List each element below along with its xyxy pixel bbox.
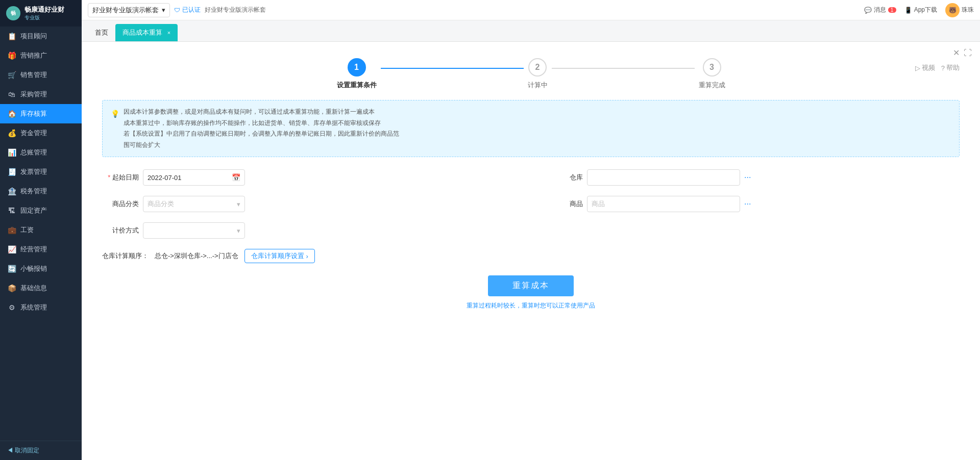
- sidebar-item-basic[interactable]: 📦基础信息: [0, 278, 82, 298]
- price-method-label: 计价方式: [102, 226, 143, 235]
- close-button[interactable]: ✕: [953, 48, 960, 58]
- form-row-1: * 起始日期 2022-07-01 📅 仓库 ···: [102, 169, 960, 186]
- price-method-group: 计价方式 ▾: [102, 222, 960, 239]
- chevron-right-icon: ›: [306, 252, 308, 260]
- sidebar-item-label: 营销推广: [20, 51, 47, 60]
- step-help: ▷ 视频 ? 帮助: [915, 63, 960, 72]
- assets-icon: 🏗: [7, 206, 16, 215]
- expand-button[interactable]: ⛶: [964, 48, 972, 58]
- sidebar-item-accounting[interactable]: 📊总账管理: [0, 143, 82, 162]
- message-badge: 1: [888, 7, 896, 13]
- video-help-button[interactable]: ▷ 视频: [915, 63, 935, 72]
- start-date-input[interactable]: 2022-07-01 📅: [143, 169, 245, 186]
- category-group: 商品分类 商品分类 ▾: [102, 196, 516, 212]
- tab-home[interactable]: 首页: [88, 24, 115, 41]
- sidebar-header: 畅 畅康通好业财 专业版: [0, 0, 82, 27]
- sidebar-item-label: 工资: [20, 225, 34, 235]
- accounting-icon: 📊: [7, 148, 16, 157]
- app-logo: 畅: [6, 6, 20, 20]
- sidebar-item-system[interactable]: ⚙系统管理: [0, 298, 82, 317]
- step-line-2-3: [552, 68, 695, 69]
- app-download-button[interactable]: 📱 App下载: [904, 6, 937, 14]
- sidebar-item-assets[interactable]: 🏗固定资产: [0, 201, 82, 220]
- sidebar-item-label: 发票管理: [20, 167, 47, 176]
- chevron-down-icon: ▾: [237, 200, 240, 208]
- sidebar-item-purchase[interactable]: 🛍采购管理: [0, 85, 82, 104]
- account-select[interactable]: 好业财专业版演示帐套 ▾: [88, 3, 170, 17]
- projects-icon: 📋: [7, 32, 16, 41]
- sidebar-item-label: 资金管理: [20, 129, 47, 138]
- product-input[interactable]: 商品: [587, 196, 740, 212]
- sidebar-item-sales[interactable]: 🛒销售管理: [0, 65, 82, 85]
- sidebar-footer[interactable]: ◀ 取消固定: [0, 441, 82, 460]
- main: 好业财专业版演示帐套 ▾ 🛡 已认证 好业财专业版演示帐套 💬 消息 1 📱 A…: [82, 0, 980, 460]
- warehouse-input[interactable]: [587, 169, 740, 186]
- warehouse-order-btn[interactable]: 仓库计算顺序设置 ›: [244, 249, 315, 263]
- verified-badge: 🛡 已认证: [174, 6, 201, 14]
- warehouse-more-btn[interactable]: ···: [740, 173, 751, 182]
- marketing-icon: 🎁: [7, 51, 16, 60]
- sidebar-item-label: 项目顾问: [20, 32, 47, 41]
- price-method-select[interactable]: ▾: [143, 222, 245, 239]
- start-date-label: * 起始日期: [102, 173, 143, 182]
- system-icon: ⚙: [7, 303, 16, 312]
- tab-close-icon[interactable]: ×: [167, 30, 170, 36]
- start-date-group: * 起始日期 2022-07-01 📅: [102, 169, 516, 186]
- purchase-icon: 🛍: [7, 90, 16, 99]
- warehouse-label: 仓库: [546, 173, 587, 182]
- message-icon: 💬: [864, 7, 872, 14]
- content-controls: ✕ ⛶: [953, 48, 972, 58]
- step-1-label: 设置重算条件: [337, 81, 377, 90]
- step-line-1-2: [381, 68, 524, 69]
- sidebar-item-label: 固定资产: [20, 206, 47, 215]
- sidebar-item-label: 基础信息: [20, 284, 47, 293]
- recalc-area: 重算成本 重算过程耗时较长，重算时您可以正常使用产品: [82, 275, 980, 310]
- step-1: 1 设置重算条件: [337, 58, 377, 90]
- tabbar: 首页 商品成本重算 ×: [82, 20, 980, 42]
- sidebar-item-expense[interactable]: 🔄小畅报销: [0, 259, 82, 278]
- message-button[interactable]: 💬 消息 1: [864, 6, 896, 14]
- help-button[interactable]: ? 帮助: [941, 63, 960, 72]
- sidebar-item-label: 系统管理: [20, 303, 47, 312]
- avatar: 🐻: [945, 3, 960, 17]
- recalc-button[interactable]: 重算成本: [488, 275, 574, 296]
- sidebar-nav: 📋项目顾问🎁营销推广🛒销售管理🛍采购管理🏠库存核算💰资金管理📊总账管理🧾发票管理…: [0, 27, 82, 441]
- category-label: 商品分类: [102, 199, 143, 209]
- sidebar-item-inventory[interactable]: 🏠库存核算: [0, 104, 82, 123]
- basic-icon: 📦: [7, 284, 16, 293]
- step-3-label: 重算完成: [699, 81, 725, 90]
- sidebar-item-label: 小畅报销: [20, 264, 47, 273]
- salary-icon: 💼: [7, 225, 16, 235]
- form-row-2: 商品分类 商品分类 ▾ 商品 商品 ···: [102, 196, 960, 212]
- step-2-label: 计算中: [528, 81, 548, 90]
- tab-recalc[interactable]: 商品成本重算 ×: [115, 24, 178, 41]
- info-box: 💡 因成本计算参数调整，或是对商品成本有疑问时，可以通过成本重算功能，重新计算一…: [102, 100, 960, 157]
- calendar-icon[interactable]: 📅: [232, 173, 240, 182]
- mobile-icon: 📱: [904, 7, 912, 14]
- sidebar-item-label: 采购管理: [20, 90, 47, 99]
- sidebar-item-marketing[interactable]: 🎁营销推广: [0, 46, 82, 65]
- category-select[interactable]: 商品分类 ▾: [143, 196, 245, 212]
- sidebar-item-tax[interactable]: 🏦税务管理: [0, 182, 82, 201]
- operations-icon: 📈: [7, 245, 16, 254]
- steps-container: 1 设置重算条件 2 计算中 3 重算完成 ▷ 视频 ? 帮助: [82, 42, 980, 100]
- warehouse-order-path: 总仓->深圳仓库->...->门店仓: [155, 251, 238, 261]
- step-1-circle: 1: [348, 58, 366, 76]
- sidebar-item-label: 税务管理: [20, 187, 47, 196]
- sidebar-item-operations[interactable]: 📈经营管理: [0, 240, 82, 259]
- warehouse-order-label: 仓库计算顺序：: [102, 251, 149, 261]
- step-2: 2 计算中: [528, 58, 548, 90]
- content: ✕ ⛶ 1 设置重算条件 2 计算中 3: [82, 42, 980, 460]
- chevron-down-icon: ▾: [237, 227, 240, 235]
- step-2-circle: 2: [528, 58, 547, 76]
- sidebar-item-finance[interactable]: 💰资金管理: [0, 123, 82, 143]
- inventory-icon: 🏠: [7, 109, 16, 118]
- product-more-btn[interactable]: ···: [740, 199, 751, 209]
- sidebar-item-invoice[interactable]: 🧾发票管理: [0, 162, 82, 182]
- user-avatar[interactable]: 🐻 珠珠: [945, 3, 974, 17]
- sidebar-item-salary[interactable]: 💼工资: [0, 220, 82, 240]
- sidebar-item-label: 总账管理: [20, 148, 47, 157]
- account-name: 好业财专业版演示帐套: [205, 6, 266, 14]
- app-subtitle: 专业版: [24, 14, 64, 21]
- sidebar-item-projects[interactable]: 📋项目顾问: [0, 27, 82, 46]
